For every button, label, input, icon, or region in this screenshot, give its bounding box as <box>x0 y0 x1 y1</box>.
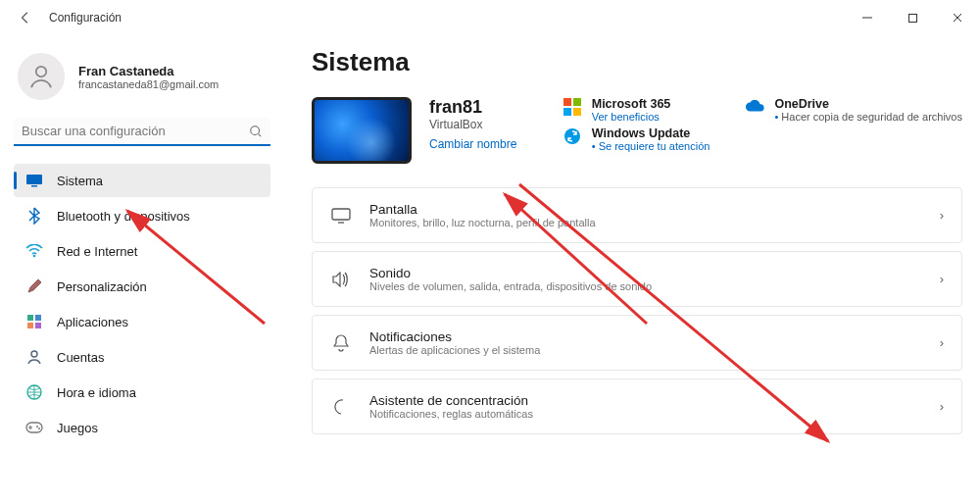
nav-label: Red e Internet <box>57 244 137 259</box>
nav-label: Personalización <box>57 279 147 294</box>
nav-item-cuentas[interactable]: Cuentas <box>14 340 270 374</box>
nav-item-personalizacion[interactable]: Personalización <box>14 270 270 303</box>
card-title: Notificaciones <box>369 329 540 344</box>
svg-rect-10 <box>27 323 33 328</box>
nav-label: Bluetooth y dispositivos <box>57 209 190 224</box>
card-sub: Alertas de aplicaciones y el sistema <box>369 344 540 356</box>
svg-rect-20 <box>573 108 581 116</box>
maximize-icon <box>907 13 918 24</box>
nav-item-hora[interactable]: Hora e idioma <box>14 376 270 409</box>
card-title: Sonido <box>369 266 652 280</box>
chevron-right-icon: › <box>940 272 944 286</box>
card-concentracion[interactable]: Asistente de concentración Notificacione… <box>312 378 962 434</box>
svg-point-3 <box>251 126 260 134</box>
nav-label: Aplicaciones <box>57 315 128 329</box>
page-title: Sistema <box>312 47 962 77</box>
minimize-button[interactable] <box>845 2 890 33</box>
desktop-thumbnail[interactable] <box>312 97 412 164</box>
nav-label: Cuentas <box>57 350 104 365</box>
tile-title: Microsoft 365 <box>592 97 671 111</box>
tile-update[interactable]: Windows Update Se requiere tu atención <box>563 126 710 152</box>
svg-point-15 <box>36 426 38 428</box>
account-block[interactable]: Fran Castaneda francastaneda81@gmail.com <box>14 45 270 118</box>
card-title: Pantalla <box>369 202 596 217</box>
content: Sistema fran81 VirtualBox Cambiar nombre… <box>284 35 980 504</box>
bell-icon <box>330 332 352 354</box>
nav-label: Hora e idioma <box>57 385 136 400</box>
clock-globe-icon <box>25 383 43 401</box>
card-pantalla[interactable]: Pantalla Monitores, brillo, luz nocturna… <box>312 187 962 243</box>
svg-rect-18 <box>573 98 581 106</box>
games-icon <box>25 419 43 436</box>
card-sonido[interactable]: Sonido Niveles de volumen, salida, entra… <box>312 251 962 307</box>
moon-icon <box>330 396 352 418</box>
m365-icon <box>563 97 582 117</box>
nav-item-red[interactable]: Red e Internet <box>14 234 270 268</box>
monitor-icon <box>330 205 352 227</box>
close-button[interactable] <box>935 2 980 33</box>
update-icon <box>563 126 582 146</box>
display-icon <box>25 172 43 189</box>
svg-rect-17 <box>564 98 571 106</box>
nav-label: Sistema <box>57 174 103 188</box>
card-notificaciones[interactable]: Notificaciones Alertas de aplicaciones y… <box>312 315 962 371</box>
card-title: Asistente de concentración <box>369 393 533 408</box>
svg-rect-5 <box>26 175 42 184</box>
search-box[interactable] <box>14 118 270 146</box>
tile-title: OneDrive <box>774 97 962 111</box>
svg-rect-19 <box>564 108 571 116</box>
nav-item-sistema[interactable]: Sistema <box>14 164 270 197</box>
titlebar: Configuración <box>0 0 980 35</box>
tile-m365[interactable]: Microsoft 365 Ver beneficios <box>563 97 710 123</box>
arrow-left-icon <box>19 11 32 25</box>
tile-onedrive[interactable]: OneDrive Hacer copia de seguridad de arc… <box>745 97 962 123</box>
nav-label: Juegos <box>57 421 98 435</box>
svg-point-7 <box>33 255 36 258</box>
chevron-right-icon: › <box>940 335 944 350</box>
tile-sub[interactable]: Ver beneficios <box>592 111 671 123</box>
rename-link[interactable]: Cambiar nombre <box>429 137 516 151</box>
search-icon <box>249 125 263 138</box>
tile-sub: Hacer copia de seguridad de archivos <box>774 111 962 123</box>
svg-rect-6 <box>31 185 37 187</box>
sidebar: Fran Castaneda francastaneda81@gmail.com… <box>0 35 284 504</box>
minimize-icon <box>861 12 873 24</box>
svg-rect-11 <box>35 323 41 328</box>
nav-list: Sistema Bluetooth y dispositivos Red e I… <box>14 164 270 444</box>
window-title: Configuración <box>49 11 122 25</box>
cloud-icon <box>745 97 764 117</box>
svg-rect-22 <box>332 209 350 220</box>
svg-rect-9 <box>35 315 41 321</box>
close-icon <box>952 12 963 24</box>
card-sub: Monitores, brillo, luz nocturna, perfil … <box>369 217 596 228</box>
apps-icon <box>25 313 43 330</box>
account-name: Fran Castaneda <box>78 64 219 78</box>
chevron-right-icon: › <box>940 399 944 414</box>
person-icon <box>26 62 56 91</box>
chevron-right-icon: › <box>940 208 944 223</box>
wifi-icon <box>25 242 43 260</box>
svg-point-16 <box>38 428 40 429</box>
search-input[interactable] <box>22 124 249 138</box>
system-info-row: fran81 VirtualBox Cambiar nombre Microso… <box>312 97 962 164</box>
nav-item-bluetooth[interactable]: Bluetooth y dispositivos <box>14 199 270 232</box>
nav-item-juegos[interactable]: Juegos <box>14 411 270 444</box>
tile-sub[interactable]: Se requiere tu atención <box>592 140 710 152</box>
bluetooth-icon <box>25 207 43 225</box>
settings-cards: Pantalla Monitores, brillo, luz nocturna… <box>312 187 962 434</box>
svg-line-4 <box>259 133 262 136</box>
svg-rect-8 <box>27 315 33 321</box>
tile-title: Windows Update <box>592 126 710 140</box>
nav-item-aplicaciones[interactable]: Aplicaciones <box>14 305 270 338</box>
avatar <box>18 53 65 100</box>
card-sub: Niveles de volumen, salida, entrada, dis… <box>369 280 652 292</box>
brush-icon <box>25 277 43 295</box>
svg-rect-1 <box>908 14 916 22</box>
pc-subtitle: VirtualBox <box>429 118 516 131</box>
pc-name: fran81 <box>429 97 516 118</box>
account-email: francastaneda81@gmail.com <box>78 78 219 90</box>
maximize-button[interactable] <box>890 2 935 33</box>
svg-point-12 <box>31 351 37 357</box>
back-button[interactable] <box>12 4 39 31</box>
card-sub: Notificaciones, reglas automáticas <box>369 408 533 420</box>
